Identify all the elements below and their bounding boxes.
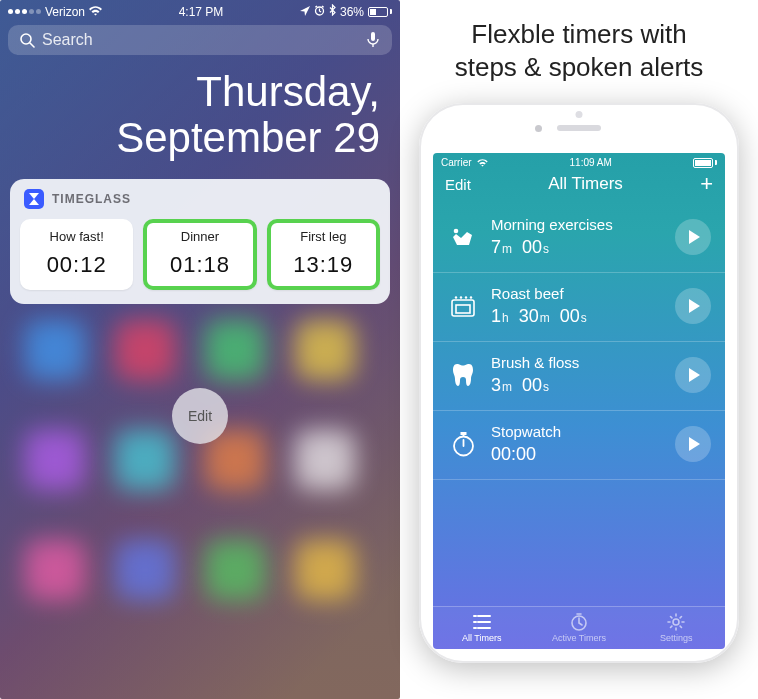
timer-title: Morning exercises	[491, 216, 675, 233]
tile-label: Dinner	[149, 229, 250, 244]
widget-timer-tile[interactable]: How fast! 00:12	[20, 219, 133, 290]
timeglass-widget[interactable]: TIMEGLASS How fast! 00:12Dinner 01:18Fir…	[10, 179, 390, 304]
mic-icon[interactable]	[364, 31, 382, 49]
tile-label: First leg	[273, 229, 374, 244]
tile-label: How fast!	[26, 229, 127, 244]
bluetooth-icon	[329, 4, 336, 19]
app-status-time: 11:09 AM	[570, 157, 612, 168]
alarm-icon	[314, 5, 325, 19]
svg-point-8	[455, 296, 457, 298]
timer-row[interactable]: Stopwatch 00:00	[433, 411, 725, 480]
tile-time: 13:19	[273, 252, 374, 278]
play-icon	[689, 437, 700, 451]
timer-title: Brush & floss	[491, 354, 675, 371]
play-icon	[689, 230, 700, 244]
carrier-label: Verizon	[45, 5, 85, 19]
oven-icon	[449, 292, 477, 320]
timer-title: Roast beef	[491, 285, 675, 302]
tab-label: Active Timers	[530, 633, 627, 643]
widget-timer-tile[interactable]: First leg 13:19	[267, 219, 380, 290]
date-line2: September 29	[40, 115, 380, 161]
promo-line1: Flexble timers with	[455, 18, 704, 51]
play-button[interactable]	[675, 288, 711, 324]
tab-icon	[530, 613, 627, 631]
app-battery-icon	[693, 158, 717, 168]
tab-active-timers[interactable]: Active Timers	[530, 607, 627, 649]
nav-title: All Timers	[548, 174, 623, 194]
edit-widgets-button[interactable]: Edit	[172, 388, 228, 444]
svg-point-10	[465, 296, 467, 298]
tooth-icon	[449, 361, 477, 389]
battery-icon	[368, 7, 392, 17]
tab-label: All Timers	[433, 633, 530, 643]
play-icon	[689, 299, 700, 313]
signal-dots-icon	[8, 9, 41, 14]
date-line1: Thursday,	[40, 69, 380, 115]
location-icon	[300, 5, 310, 19]
tile-time: 00:12	[26, 252, 127, 278]
timer-duration: 7m 00s	[491, 237, 675, 258]
play-icon	[689, 368, 700, 382]
svg-rect-3	[371, 32, 375, 41]
app-carrier: Carrier	[441, 157, 472, 168]
play-button[interactable]	[675, 426, 711, 462]
spotlight-search[interactable]	[8, 25, 392, 55]
tab-icon	[433, 613, 530, 631]
app-status-bar: Carrier 11:09 AM	[433, 153, 725, 170]
timer-row[interactable]: Roast beef 1h 30m 00s	[433, 273, 725, 342]
iphone-mockup: Carrier 11:09 AM Edit All Timers + Morni…	[419, 103, 739, 663]
search-icon	[18, 31, 36, 49]
timer-duration: 00:00	[491, 444, 675, 465]
promo-line2: steps & spoken alerts	[455, 51, 704, 84]
tab-icon	[628, 613, 725, 631]
timer-duration: 1h 30m 00s	[491, 306, 675, 327]
add-timer-button[interactable]: +	[700, 177, 713, 191]
promo-headline: Flexble timers with steps & spoken alert…	[455, 18, 704, 83]
edit-label: Edit	[188, 408, 212, 424]
timer-duration: 3m 00s	[491, 375, 675, 396]
status-time: 4:17 PM	[179, 5, 224, 19]
svg-point-11	[470, 296, 472, 298]
tab-all-timers[interactable]: All Timers	[433, 607, 530, 649]
tab-settings[interactable]: Settings	[628, 607, 725, 649]
timeglass-app-icon	[24, 189, 44, 209]
nav-edit-button[interactable]: Edit	[445, 176, 471, 193]
play-button[interactable]	[675, 357, 711, 393]
svg-rect-13	[460, 432, 466, 435]
play-button[interactable]	[675, 219, 711, 255]
widget-app-name: TIMEGLASS	[52, 192, 131, 206]
timer-title: Stopwatch	[491, 423, 675, 440]
wifi-icon	[89, 5, 102, 19]
search-input[interactable]	[42, 31, 364, 49]
today-date: Thursday, September 29	[0, 55, 400, 169]
stopwatch-icon	[449, 430, 477, 458]
battery-pct: 36%	[340, 5, 364, 19]
svg-point-5	[454, 229, 459, 234]
tile-time: 01:18	[149, 252, 250, 278]
timer-row[interactable]: Brush & floss 3m 00s	[433, 342, 725, 411]
timer-row[interactable]: Morning exercises 7m 00s	[433, 204, 725, 273]
svg-point-17	[673, 619, 679, 625]
svg-rect-7	[456, 305, 470, 313]
widget-timer-tile[interactable]: Dinner 01:18	[143, 219, 256, 290]
nav-bar: Edit All Timers +	[433, 170, 725, 204]
svg-point-9	[460, 296, 462, 298]
ios-status-bar: Verizon 4:17 PM 36%	[0, 0, 400, 19]
exercise-icon	[449, 223, 477, 251]
svg-line-2	[30, 43, 34, 47]
tab-label: Settings	[628, 633, 725, 643]
